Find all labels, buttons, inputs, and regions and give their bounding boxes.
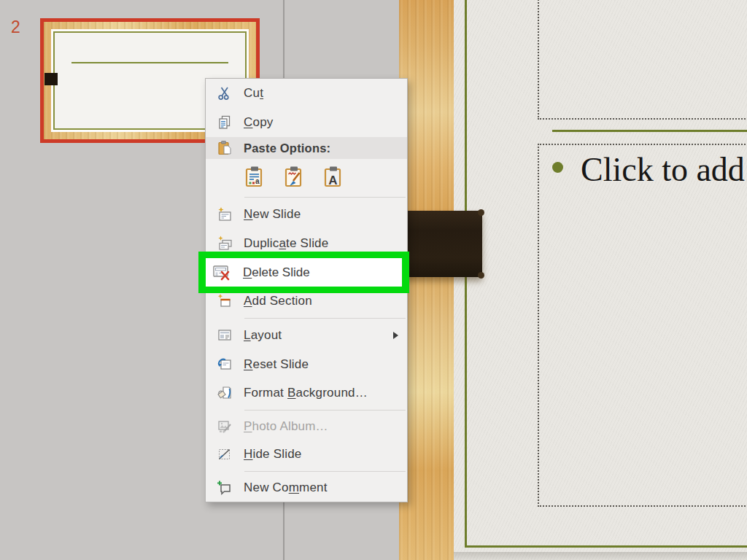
paste-options-label: Paste Options: — [244, 141, 330, 155]
title-divider-line — [552, 130, 747, 132]
menu-item-label: Hide Slide — [244, 447, 302, 462]
menu-item-label: Reset Slide — [244, 357, 309, 372]
reset-slide-icon — [206, 357, 244, 373]
layout-icon — [206, 327, 244, 343]
duplicate-slide-icon — [206, 236, 244, 252]
hide-slide-icon — [206, 446, 244, 462]
menu-item-new-comment[interactable]: New Comment — [206, 474, 407, 502]
svg-text:a: a — [255, 177, 260, 185]
menu-item-delete-slide[interactable]: Delete Slide — [206, 258, 402, 287]
paste-options-label-row: Paste Options: — [206, 137, 407, 159]
menu-item-label: Layout — [244, 328, 282, 343]
thumbnail-ribbon-tab — [44, 73, 58, 85]
menu-item-reset-slide[interactable]: Reset Slide — [206, 350, 407, 379]
paste-keep-text-only-icon[interactable]: A — [322, 164, 344, 189]
menu-separator — [206, 407, 407, 413]
delete-slide-icon — [212, 264, 231, 281]
menu-item-hide-slide[interactable]: Hide Slide — [206, 440, 407, 468]
menu-item-label: Cut — [244, 86, 263, 101]
copy-icon — [206, 115, 244, 130]
submenu-arrow-icon — [393, 332, 398, 339]
new-slide-icon — [206, 206, 244, 222]
highlight-box: Delete Slide — [198, 252, 409, 293]
menu-item-label: New Slide — [244, 207, 301, 222]
format-background-icon — [206, 385, 244, 401]
slide-olive-border-bottom — [465, 545, 747, 548]
slide-number: 2 — [11, 18, 20, 37]
menu-separator — [206, 315, 407, 321]
menu-item-photo-album: Photo Album… — [206, 413, 407, 440]
paste-keep-source-formatting-icon[interactable] — [283, 164, 305, 189]
photo-album-icon — [206, 419, 244, 435]
menu-item-label: Photo Album… — [244, 419, 328, 434]
menu-item-new-slide[interactable]: New Slide — [206, 200, 407, 229]
menu-item-format-background[interactable]: Format Background… — [206, 379, 407, 407]
menu-item-cut[interactable]: Cut — [206, 79, 407, 108]
thumbnail-title-line — [71, 62, 228, 63]
menu-item-label: Add Section — [244, 294, 312, 308]
paste-clipboard-icon — [206, 140, 244, 156]
dark-ribbon-decoration — [401, 211, 482, 277]
scissors-icon — [206, 86, 244, 101]
menu-item-label: Duplicate Slide — [244, 236, 328, 251]
menu-separator — [206, 468, 407, 474]
content-placeholder-prompt[interactable]: Click to add — [581, 150, 745, 189]
add-section-icon — [206, 293, 244, 309]
paste-options-row: a A — [206, 159, 407, 194]
menu-item-copy[interactable]: Copy — [206, 108, 407, 137]
menu-item-layout[interactable]: Layout — [206, 321, 407, 350]
menu-item-label: New Comment — [244, 481, 328, 495]
slide-bottom-shadow — [454, 552, 747, 560]
menu-item-label: Delete Slide — [243, 265, 310, 280]
menu-separator — [206, 194, 407, 200]
olive-bullet-dot — [552, 162, 563, 173]
new-comment-icon — [206, 480, 244, 496]
menu-item-label: Format Background… — [244, 386, 368, 400]
title-placeholder[interactable] — [538, 0, 747, 120]
svg-text:A: A — [328, 174, 337, 187]
paste-destination-theme-icon[interactable]: a — [244, 164, 266, 189]
menu-item-label: Copy — [244, 115, 274, 130]
content-placeholder[interactable] — [538, 144, 747, 507]
